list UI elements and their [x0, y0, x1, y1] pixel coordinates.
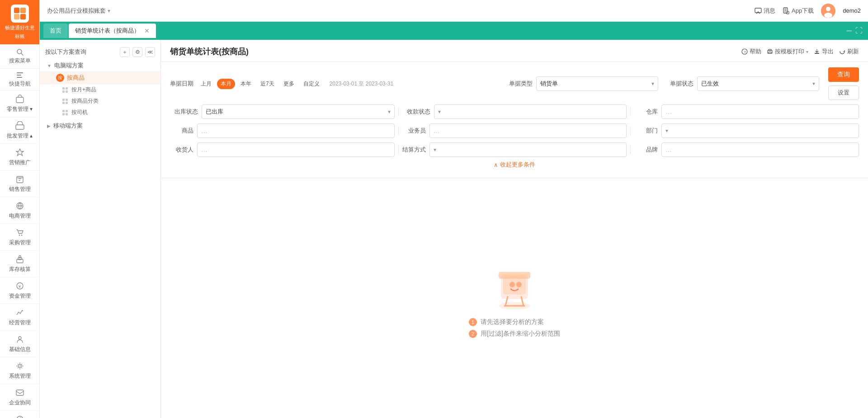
payment-input[interactable]: ▾ [434, 104, 627, 119]
settings-scheme-btn[interactable]: ⚙ [132, 47, 142, 57]
quick-nav-item[interactable]: 快捷导航 [0, 69, 39, 90]
page-header: 销货单统计表(按商品) ? 帮助 按模板打印 ▾ 导出 [161, 40, 868, 62]
doc-status-chevron-icon: ▾ [812, 81, 815, 87]
tab-minimize-icon[interactable]: ─ [847, 27, 852, 35]
collapse-conditions-btn[interactable]: ∧ 收起更多条件 [170, 157, 859, 172]
help-label: 帮助 [750, 48, 761, 56]
tree-child-by-product[interactable]: 按 按商品 [40, 71, 160, 84]
brand-label: 品牌 [634, 146, 661, 154]
empty-tip-1: 1 请先选择要分析的方案 [469, 318, 560, 326]
doc-type-label: 单据类型 [505, 80, 536, 88]
print-arrow-icon[interactable]: ▾ [806, 49, 808, 54]
doc-status-input[interactable]: 已生效 ▾ [697, 76, 819, 91]
tip-text-2: 用[过滤]条件来缩小分析范围 [481, 330, 560, 338]
warehouse-input[interactable]: ... [661, 104, 859, 119]
message-btn[interactable]: 消息 [755, 7, 775, 15]
date-tab-last-month[interactable]: 上月 [197, 79, 215, 89]
tab-home[interactable]: 首页 [43, 24, 68, 38]
product-input[interactable]: ... [197, 124, 395, 138]
workspace-selector[interactable]: 办公用品行业模拟账套 ▾ [47, 7, 110, 15]
svg-point-65 [516, 282, 522, 287]
date-tab-this-month[interactable]: 本月 [217, 79, 235, 89]
settlement-chevron-icon: ▾ [434, 147, 436, 153]
sidebar-item-sales[interactable]: 销售管理 [0, 171, 39, 197]
tree-node-desktop[interactable]: ▼ 电脑端方案 [40, 60, 160, 71]
retail-label: 零售管理 ▾ [7, 105, 33, 113]
sidebar-item-marketing[interactable]: 营销推广 [0, 144, 39, 171]
sidebar-item-system[interactable]: 系统管理 [0, 357, 39, 384]
sales-label: 销售管理 [9, 185, 31, 193]
export-btn[interactable]: 导出 [814, 48, 834, 56]
svg-point-23 [19, 337, 21, 339]
base-label: 基础信息 [9, 346, 31, 353]
by-category-label: 按商品分类 [71, 97, 99, 105]
print-btn[interactable]: 按模板打印 ▾ [767, 48, 808, 56]
settings-btn[interactable]: 设置 [828, 86, 859, 100]
search-menu-item[interactable]: 搜索菜单 [0, 44, 39, 69]
sidebar-item-ecom[interactable]: 电商管理 [0, 197, 39, 224]
sidebar-item-wholesale[interactable]: 批发管理 ▴ [0, 117, 39, 144]
tip-text-1: 请先选择要分析的方案 [481, 318, 544, 326]
sidebar-item-purchase[interactable]: 采购管理 [0, 224, 39, 251]
out-status-chevron-icon: ▾ [388, 109, 391, 115]
purchase-label: 采购管理 [9, 239, 31, 247]
filter-row-4: 收货人 ... 结算方式 ▾ 品牌 [170, 142, 859, 157]
sidebar-item-ops[interactable]: 经营管理 [0, 304, 39, 331]
tree-child-by-category[interactable]: 按商品分类 [40, 95, 160, 107]
divider-4 [630, 126, 631, 135]
date-tab-more[interactable]: 更多 [280, 79, 298, 89]
doc-type-chevron-icon: ▾ [651, 81, 654, 87]
sidebar-item-finance[interactable]: ¥ 资金管理 [0, 277, 39, 304]
ops-label: 经营管理 [9, 319, 31, 327]
recipient-input[interactable]: ... [197, 142, 395, 157]
filter-department: 部门 ▾ [634, 124, 859, 138]
tip-num-2: 2 [469, 330, 477, 338]
sidebar-item-retail[interactable]: 零售管理 ▾ [0, 90, 39, 117]
workspace-name: 办公用品行业模拟账套 [47, 7, 106, 15]
svg-text:?: ? [744, 50, 746, 54]
inventory-label: 库存核算 [9, 266, 31, 273]
by-driver-label: 按司机 [71, 109, 88, 116]
salesperson-label: 业务员 [402, 127, 429, 135]
tree-child-by-month-product[interactable]: 按月+商品 [40, 84, 160, 95]
help-btn[interactable]: ? 帮助 [741, 48, 761, 56]
salesperson-input[interactable]: ... [429, 124, 627, 138]
date-tab-this-year[interactable]: 本年 [237, 79, 255, 89]
sidebar-item-base[interactable]: 基础信息 [0, 331, 39, 357]
date-tab-7days[interactable]: 近7天 [257, 79, 278, 89]
sidebar-item-inventory[interactable]: 库存核算 [0, 251, 39, 277]
filter-panel-title: 按以下方案查询 [45, 48, 86, 56]
svg-rect-52 [66, 110, 68, 112]
inventory-icon [15, 254, 25, 264]
doc-type-input[interactable]: 销货单 ▾ [536, 76, 658, 91]
svg-point-64 [509, 282, 515, 287]
tree-arrow-desktop-icon: ▼ [47, 63, 52, 68]
filter-form: 单据日期 上月 本月 本年 近7天 更多 自定义 2023-03-01 至 20… [161, 62, 868, 178]
add-scheme-btn[interactable]: ＋ [120, 47, 130, 57]
date-tab-custom[interactable]: 自定义 [300, 79, 323, 89]
app-download-btn[interactable]: App下载 [783, 7, 814, 15]
filter-out-status: 出库状态 已出库 ▾ [170, 104, 395, 119]
out-status-input[interactable]: 已出库 ▾ [202, 104, 395, 119]
collapse-panel-btn[interactable]: ≪ [145, 47, 155, 57]
tree-child-by-driver[interactable]: 按司机 [40, 107, 160, 118]
tab-maximize-icon[interactable]: ⛶ [855, 27, 863, 35]
user-name[interactable]: demo2 [843, 7, 861, 14]
settlement-input[interactable]: ▾ [429, 142, 627, 157]
tree-node-mobile[interactable]: ▶ 移动端方案 [40, 120, 160, 132]
filter-panel-actions: ＋ ⚙ ≪ [120, 47, 155, 57]
svg-rect-6 [17, 72, 23, 73]
svg-point-24 [19, 365, 21, 367]
sidebar-logo[interactable]: 畅捷通好生意 标账 [0, 0, 39, 44]
brand-input[interactable]: ... [661, 142, 859, 157]
sidebar-item-corp[interactable]: 企业协同 [0, 384, 39, 411]
tab-sales-stats[interactable]: 销货单统计表（按商品） ✕ [69, 24, 156, 38]
query-btn[interactable]: 查询 [828, 67, 859, 82]
department-input[interactable]: ▾ [661, 124, 859, 138]
refresh-btn[interactable]: 刷新 [839, 48, 859, 56]
svg-rect-66 [499, 272, 530, 279]
empty-illustration [487, 258, 542, 313]
marketing-icon [15, 147, 25, 157]
tab-close-icon[interactable]: ✕ [144, 27, 150, 34]
sidebar-item-guide[interactable]: ? 新手引导 [0, 411, 39, 418]
